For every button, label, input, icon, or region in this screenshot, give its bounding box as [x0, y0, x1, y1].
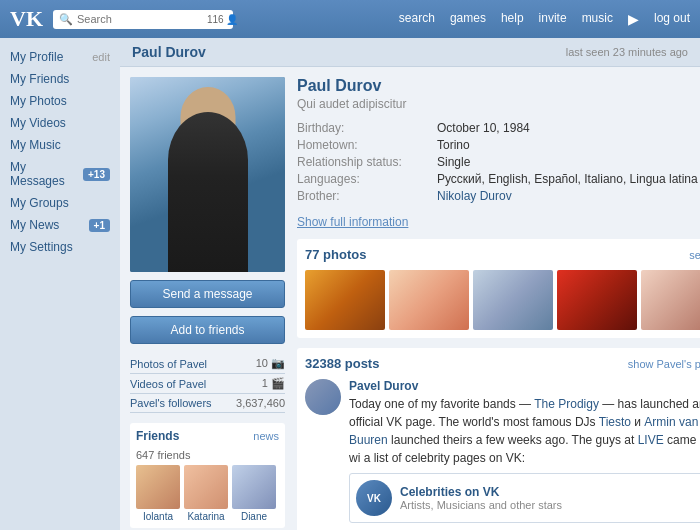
user-name: Paul Durov — [297, 77, 700, 95]
photos-count: 77 photos — [305, 247, 366, 262]
friend-item-diane[interactable]: Diane — [232, 465, 276, 522]
post-card[interactable]: VK Celebrities on VK Artists, Musicians … — [349, 473, 700, 523]
languages-value: Русский, English, Español, Italiano, Lin… — [437, 172, 698, 186]
post-item: Pavel Durov Today one of my favorite ban… — [305, 379, 700, 530]
languages-label: Languages: — [297, 172, 437, 186]
posts-section: 32388 posts show Pavel's posts Pavel Dur… — [297, 348, 700, 530]
sidebar-item-my-groups[interactable]: My Groups — [0, 192, 120, 214]
search-input[interactable] — [77, 13, 207, 25]
friend-avatar-diane — [232, 465, 276, 509]
show-full-info-link[interactable]: Show full information — [297, 215, 408, 229]
info-brother: Brother: Nikolay Durov — [297, 189, 700, 203]
friend-name-katarina: Katarina — [184, 511, 228, 522]
friends-header: Friends news — [136, 429, 279, 443]
friend-avatar-iolanta — [136, 465, 180, 509]
photo-thumb-2[interactable] — [389, 270, 469, 330]
profile-photo — [130, 77, 285, 272]
profile-header: Paul Durov last seen 23 minutes ago — [120, 38, 700, 67]
nav-invite[interactable]: invite — [539, 11, 567, 27]
photo-thumb-3[interactable] — [473, 270, 553, 330]
post-card-sub: Artists, Musicians and other stars — [400, 499, 562, 511]
photos-of-pavel-label: Photos of Pavel — [130, 358, 207, 370]
user-count: 116 👤 — [207, 14, 238, 25]
brother-value: Nikolay Durov — [437, 189, 512, 203]
profile-name-header: Paul Durov — [132, 44, 206, 60]
photo-thumb-1[interactable] — [305, 270, 385, 330]
friend-avatar-katarina — [184, 465, 228, 509]
top-nav: search games help invite music ▶ log out — [399, 11, 690, 27]
nav-help[interactable]: help — [501, 11, 524, 27]
friends-grid: Iolanta Katarina Diane — [136, 465, 279, 522]
photo-thumb-4[interactable] — [557, 270, 637, 330]
posts-count: 32388 posts — [305, 356, 379, 371]
info-languages: Languages: Русский, English, Español, It… — [297, 172, 700, 186]
send-message-button[interactable]: Send a message — [130, 280, 285, 308]
photos-section: 77 photos see all — [297, 239, 700, 338]
followers-count: 3,637,460 — [236, 397, 285, 409]
last-seen: last seen 23 minutes ago — [566, 46, 688, 58]
photos-of-pavel-count: 10 📷 — [256, 357, 285, 370]
nav-search[interactable]: search — [399, 11, 435, 27]
post-author-name[interactable]: Pavel Durov — [349, 379, 418, 393]
post-text-1: Today one of my favorite bands — — [349, 397, 534, 411]
post-card-icon: VK — [356, 480, 392, 516]
info-birthday: Birthday: October 10, 1984 — [297, 121, 700, 135]
sidebar-item-my-news[interactable]: My News +1 — [0, 214, 120, 236]
show-pavels-posts-link[interactable]: show Pavel's posts — [628, 358, 700, 370]
friend-item-katarina[interactable]: Katarina — [184, 465, 228, 522]
prodigy-link[interactable]: The Prodigy — [534, 397, 599, 411]
photos-see-all-link[interactable]: see all — [689, 249, 700, 261]
relationship-value: Single — [437, 155, 470, 169]
sidebar-item-my-friends[interactable]: My Friends — [0, 68, 120, 90]
brother-label: Brother: — [297, 189, 437, 203]
sidebar-item-my-settings[interactable]: My Settings — [0, 236, 120, 258]
post-text: Today one of my favorite bands — The Pro… — [349, 395, 700, 467]
add-to-friends-button[interactable]: Add to friends — [130, 316, 285, 344]
nav-logout[interactable]: log out — [654, 11, 690, 27]
videos-of-pavel-label: Videos of Pavel — [130, 378, 206, 390]
post-author-avatar — [305, 379, 341, 415]
profile-body: Send a message Add to friends Photos of … — [120, 67, 700, 530]
tiesto-link[interactable]: Tiesto — [599, 415, 631, 429]
sidebar-item-my-videos[interactable]: My Videos — [0, 112, 120, 134]
videos-of-pavel-count: 1 🎬 — [262, 377, 285, 390]
info-hometown: Hometown: Torino — [297, 138, 700, 152]
hometown-label: Hometown: — [297, 138, 437, 152]
sidebar-item-my-profile[interactable]: My Profile edit — [0, 46, 120, 68]
posts-section-header: 32388 posts show Pavel's posts — [305, 356, 700, 371]
birthday-value: October 10, 1984 — [437, 121, 530, 135]
friend-name-diane: Diane — [232, 511, 276, 522]
profile-left: Send a message Add to friends Photos of … — [130, 77, 285, 530]
sidebar-item-my-messages[interactable]: My Messages +13 — [0, 156, 120, 192]
play-icon[interactable]: ▶ — [628, 11, 639, 27]
nav-music[interactable]: music — [582, 11, 613, 27]
photos-section-header: 77 photos see all — [305, 247, 700, 262]
info-table: Birthday: October 10, 1984 Hometown: Tor… — [297, 121, 700, 203]
post-content: Pavel Durov Today one of my favorite ban… — [349, 379, 700, 530]
friend-item-iolanta[interactable]: Iolanta — [136, 465, 180, 522]
user-status: Qui audet adipiscitur — [297, 97, 700, 111]
photos-videos-section: Photos of Pavel 10 📷 Videos of Pavel 1 🎬… — [130, 354, 285, 413]
content-area: Paul Durov last seen 23 minutes ago Send… — [120, 38, 700, 530]
info-relationship: Relationship status: Single — [297, 155, 700, 169]
followers-label: Pavel's followers — [130, 397, 212, 409]
photos-grid — [305, 270, 700, 330]
brother-link[interactable]: Nikolay Durov — [437, 189, 512, 203]
followers-row[interactable]: Pavel's followers 3,637,460 — [130, 394, 285, 413]
friends-news-link[interactable]: news — [253, 430, 279, 442]
photos-of-pavel-row[interactable]: Photos of Pavel 10 📷 — [130, 354, 285, 374]
live-link[interactable]: LIVE — [638, 433, 664, 447]
post-text-4: launched theirs a few weeks ago. The guy… — [388, 433, 638, 447]
relationship-label: Relationship status: — [297, 155, 437, 169]
nav-games[interactable]: games — [450, 11, 486, 27]
videos-of-pavel-row[interactable]: Videos of Pavel 1 🎬 — [130, 374, 285, 394]
sidebar-item-my-music[interactable]: My Music — [0, 134, 120, 156]
birthday-label: Birthday: — [297, 121, 437, 135]
photo-thumb-5[interactable] — [641, 270, 700, 330]
search-bar[interactable]: 🔍 116 👤 — [53, 10, 233, 29]
vk-logo: VK — [10, 6, 43, 32]
friends-section: Friends news 647 friends Iolanta Katarin… — [130, 423, 285, 528]
post-card-info: Celebrities on VK Artists, Musicians and… — [400, 485, 562, 511]
sidebar-item-my-photos[interactable]: My Photos — [0, 90, 120, 112]
photo-figure — [168, 112, 248, 272]
